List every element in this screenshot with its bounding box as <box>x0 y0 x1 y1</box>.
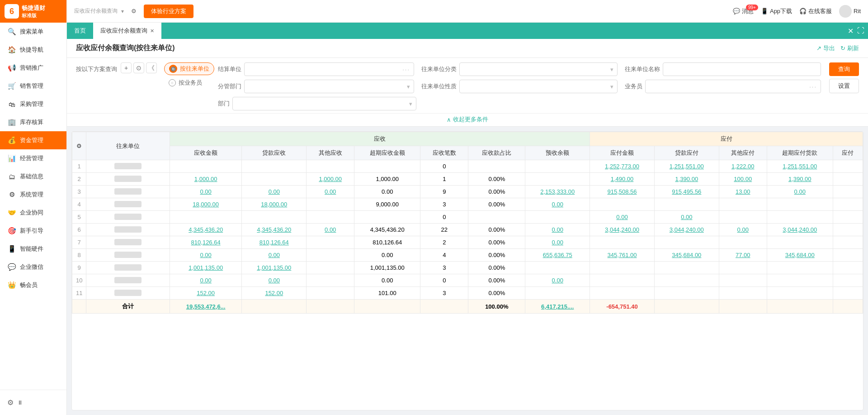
sidebar-item-basic[interactable]: 🗂基础信息 <box>0 167 66 186</box>
cell-ap-extra <box>833 224 863 236</box>
sidebar-item-marketing[interactable]: 📢营销推广 <box>0 59 66 77</box>
topbar-gear-button[interactable]: ⚙ <box>127 5 140 18</box>
scheme-by-salesman[interactable]: ○ 按业务员 <box>164 77 214 89</box>
filter-input-fenguan[interactable]: ▾ <box>244 80 414 93</box>
scheme-by-unit[interactable]: 🔘 按往来单位 <box>164 62 214 75</box>
filter-cell-yewuyuan: 业务员 ··· <box>625 80 821 93</box>
filter-cell-fenguan: 分管部门 ▾ <box>218 80 414 93</box>
sidebar-icon-purchase: 🛍 <box>7 100 16 109</box>
sidebar-icon-ops: 📊 <box>7 154 16 163</box>
table-row: 10 0.00 0.00 0.00 0 0.00% 0.00 <box>72 274 863 287</box>
app-download-button[interactable]: 📱 App下载 <box>761 7 792 15</box>
filter-chevron-danweifenlei-icon: ▾ <box>610 66 613 73</box>
cell-ap-amount: 0.00 <box>590 211 655 224</box>
sidebar-item-enterprise[interactable]: 🤝企业协同 <box>0 204 66 222</box>
cell-ap-extra <box>833 173 863 186</box>
cell-ar-loan: 4,345,436.20 <box>242 224 307 236</box>
tab-close-window-icon[interactable]: ✕ <box>848 27 854 35</box>
sidebar-icon-sales: 🛒 <box>7 81 16 91</box>
tab-ar-ap-close-icon[interactable]: ✕ <box>150 28 154 34</box>
tab-ar-ap[interactable]: 应收应付余额查询 ✕ <box>93 23 161 39</box>
cell-ap-extra <box>833 211 863 224</box>
filter-input-xingzhi[interactable]: ▾ <box>459 80 618 93</box>
trial-button[interactable]: 体验行业方案 <box>144 5 193 18</box>
sidebar-item-purchase[interactable]: 🛍采购管理 <box>0 95 66 113</box>
scheme-unit-icon: 🔘 <box>169 65 177 73</box>
export-button[interactable]: ↗ 导出 <box>816 44 835 52</box>
user-name: Rit <box>854 8 861 14</box>
unit-header: 往来单位 <box>86 132 170 160</box>
sidebar-item-wechat[interactable]: 💬企业微信 <box>0 258 66 276</box>
cell-ar-amount: 0.00 <box>170 274 241 287</box>
sidebar-label-enterprise: 企业协同 <box>20 209 43 217</box>
filter-input-jisuandanwei[interactable]: ··· <box>244 62 414 76</box>
online-service-button[interactable]: 🎧 在线客服 <box>799 7 832 15</box>
sidebar-item-sales[interactable]: 🛒销售管理 <box>0 77 66 95</box>
filter-row-3: 部门 ▾ <box>218 97 821 110</box>
sidebar-item-system[interactable]: ⚙系统管理 <box>0 186 66 204</box>
cell-ap-other: 100.00 <box>719 173 767 186</box>
set-button[interactable]: 设置 <box>829 79 859 93</box>
query-button[interactable]: 查询 <box>829 62 859 76</box>
sidebar-label-wechat: 企业微信 <box>20 263 43 271</box>
tabbar: 首页 应收应付余额查询 ✕ ✕ ⛶ <box>67 23 868 39</box>
cell-ar-prepay: 0.00 <box>525 274 590 287</box>
total-ar-ratio: 100.00% <box>468 300 525 314</box>
cell-ar-overdue: 0.00 <box>354 186 420 198</box>
scheme-label: 按以下方案查询 <box>76 62 117 76</box>
sidebar-item-newbie[interactable]: 🎯新手引导 <box>0 222 66 240</box>
total-ar-other <box>307 300 354 314</box>
cell-ap-loan <box>654 198 719 211</box>
cell-ar-prepay: 0.00 <box>525 224 590 236</box>
sidebar-settings[interactable]: ⚙ ⏸ <box>0 395 66 410</box>
sidebar-item-search-menu[interactable]: 🔍搜索菜单 <box>0 23 66 41</box>
cell-ap-amount <box>590 262 655 274</box>
cell-ap-other <box>719 262 767 274</box>
col-ar-amount: 应收金额 <box>170 146 241 160</box>
filter-chevron-bumen-icon: ▾ <box>409 100 412 107</box>
collapse-label: ∧ 收起更多条件 <box>447 115 488 124</box>
cell-ar-amount: 0.00 <box>170 186 241 198</box>
scheme-add-button[interactable]: + <box>121 62 132 73</box>
sidebar-item-hardware[interactable]: 📱智能硬件 <box>0 240 66 258</box>
user-menu[interactable]: Rit <box>839 5 861 18</box>
filter-input-yewuyuan[interactable]: ··· <box>645 80 821 93</box>
settings-header[interactable]: ⚙ <box>72 132 86 160</box>
sidebar-item-ops[interactable]: 📊经营管理 <box>0 149 66 167</box>
messages-button[interactable]: 💬 消息 99+ <box>733 7 754 15</box>
sidebar-icon-quick-nav: 🏠 <box>7 45 16 54</box>
cell-ar-ratio: 0.00% <box>468 186 525 198</box>
cell-rownum: 6 <box>72 224 86 236</box>
tab-home[interactable]: 首页 <box>67 23 93 39</box>
cell-ar-other: 0.00 <box>307 186 354 198</box>
scheme-settings-button[interactable]: ⊙ <box>133 62 144 73</box>
filter-dots-yewuyuan-icon: ··· <box>809 83 817 90</box>
export-icon: ↗ <box>816 45 821 52</box>
cell-ar-ratio: 0.00% <box>468 249 525 262</box>
sidebar-icon-search-menu: 🔍 <box>7 27 16 36</box>
tab-maximize-icon[interactable]: ⛶ <box>857 27 864 35</box>
filter-cell-danweiname: 往来单位名称 <box>625 62 821 76</box>
cell-ap-overdue: 345,684.00 <box>767 249 833 262</box>
sidebar-icon-inventory: 🏢 <box>7 118 16 127</box>
cell-rownum: 7 <box>72 236 86 249</box>
cell-ar-ratio <box>468 160 525 173</box>
cell-ar-other <box>307 236 354 249</box>
table-row: 2 1,000.00 1,000.00 1,000.00 1 0.00% 1,4… <box>72 173 863 186</box>
sidebar-label-marketing: 营销推广 <box>20 64 43 72</box>
filter-input-bumen[interactable]: ▾ <box>232 97 416 110</box>
cell-ap-loan <box>654 274 719 287</box>
sidebar-item-finance[interactable]: 💰资金管理 <box>0 131 66 149</box>
cell-ar-overdue: 810,126.64 <box>354 236 420 249</box>
sidebar-item-member[interactable]: 👑畅会员 <box>0 276 66 294</box>
cell-ap-overdue <box>767 287 833 300</box>
filter-input-danweifenlei[interactable]: ▾ <box>459 62 618 76</box>
cell-ap-loan <box>654 236 719 249</box>
collapse-row[interactable]: ∧ 收起更多条件 <box>67 113 868 126</box>
scheme-list: 🔘 按往来单位 ○ 按业务员 <box>164 62 214 89</box>
filter-input-danweiname[interactable] <box>663 62 821 76</box>
sidebar-item-quick-nav[interactable]: 🏠快捷导航 <box>0 41 66 59</box>
sidebar-item-inventory[interactable]: 🏢库存核算 <box>0 113 66 131</box>
refresh-button[interactable]: ↻ 刷新 <box>840 44 859 52</box>
scheme-collapse-button[interactable]: 《 <box>146 62 157 73</box>
